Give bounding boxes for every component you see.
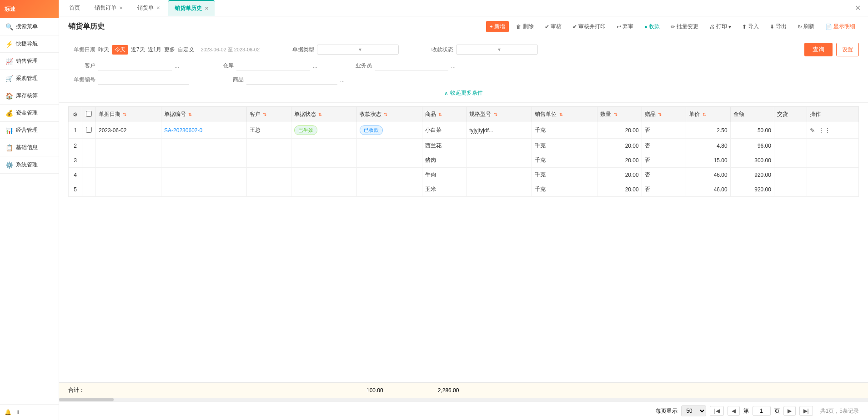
batch-change-button[interactable]: ✏ 批量变更	[667, 21, 702, 32]
sort-price[interactable]: ⇅	[702, 112, 706, 117]
cell-checkbox[interactable]	[82, 168, 96, 182]
sort-customer[interactable]: ⇅	[263, 112, 266, 117]
doc-no-link[interactable]: SA-20230602-0	[164, 127, 202, 134]
gear-settings-icon[interactable]: ⚙	[73, 111, 78, 118]
sidebar-item-inventory[interactable]: 🏠 库存核算	[0, 87, 59, 105]
col-goods[interactable]: 商品 ⇅	[422, 107, 467, 122]
collapse-button[interactable]: ∧ 收起更多条件	[68, 89, 859, 97]
sort-doc-date[interactable]: ⇅	[123, 112, 126, 117]
tab-sales-order[interactable]: 销售订单 ✕	[88, 0, 129, 15]
show-detail-button[interactable]: 📄 显示明细	[822, 21, 859, 32]
sidebar-item-system[interactable]: ⚙️ 系统管理	[0, 156, 59, 174]
col-doc-status[interactable]: 单据状态 ⇅	[291, 107, 356, 122]
query-button[interactable]: 查询	[804, 43, 833, 56]
sort-unit[interactable]: ⇅	[559, 112, 563, 117]
cell-doc-no[interactable]	[161, 153, 247, 168]
doc-type-select[interactable]: ▾	[317, 45, 399, 55]
edit-icon[interactable]: ✎	[810, 127, 815, 134]
cell-transaction	[774, 122, 807, 139]
customer-ellipsis[interactable]: ...	[175, 63, 179, 69]
cell-checkbox[interactable]	[82, 182, 96, 197]
row-checkbox[interactable]	[86, 127, 92, 133]
delete-button[interactable]: 🗑 删除	[512, 21, 537, 32]
col-customer[interactable]: 客户 ⇅	[247, 107, 291, 122]
import-button[interactable]: ⬆ 导入	[738, 21, 763, 32]
scrollbar-thumb[interactable]	[59, 398, 114, 401]
tab-home[interactable]: 首页	[63, 0, 86, 15]
horizontal-scrollbar[interactable]	[59, 398, 868, 401]
cell-doc-no[interactable]: SA-20230602-0	[161, 122, 247, 139]
sidebar-footer-icon1[interactable]: 🔔	[5, 409, 11, 415]
col-doc-date[interactable]: 单据日期 ⇅	[96, 107, 161, 122]
tab-sales-order-close[interactable]: ✕	[119, 5, 123, 10]
sort-goods[interactable]: ⇅	[438, 112, 442, 117]
col-qty[interactable]: 数量 ⇅	[597, 107, 642, 122]
cell-checkbox[interactable]	[82, 122, 96, 139]
sidebar-item-search-menu[interactable]: 🔍 搜索菜单	[0, 18, 59, 35]
tab-sales-goods-close[interactable]: ✕	[156, 5, 160, 10]
print-button[interactable]: 🖨 打印 ▾	[706, 21, 735, 32]
warehouse-ellipsis[interactable]: ...	[313, 63, 317, 69]
date-1month[interactable]: 近1月	[148, 46, 162, 54]
cell-doc-no[interactable]	[161, 182, 247, 197]
tab-bar-close-all[interactable]: ✕	[851, 2, 864, 14]
tab-sales-history-close[interactable]: ✕	[205, 6, 208, 11]
sidebar-item-quick-nav[interactable]: ⚡ 快捷导航	[0, 35, 59, 53]
next-page-btn[interactable]: ▶	[783, 406, 796, 416]
sidebar-item-finance[interactable]: 💰 资金管理	[0, 105, 59, 122]
sort-qty[interactable]: ⇅	[614, 112, 617, 117]
date-custom[interactable]: 自定义	[178, 46, 194, 54]
settings-button[interactable]: 设置	[836, 43, 859, 56]
sort-spec[interactable]: ⇅	[494, 112, 497, 117]
sidebar-item-basic[interactable]: 📋 基础信息	[0, 139, 59, 156]
goods-ellipsis[interactable]: ...	[340, 77, 345, 83]
date-today[interactable]: 今天	[112, 45, 128, 55]
refresh-button[interactable]: ↻ 刷新	[794, 21, 818, 32]
sort-payment[interactable]: ⇅	[384, 112, 387, 117]
last-page-btn[interactable]: ▶|	[799, 406, 813, 416]
tab-sales-history[interactable]: 销货单历史 ✕	[168, 0, 215, 16]
collect-button[interactable]: ● 收款	[641, 21, 663, 32]
goods-input[interactable]	[246, 75, 337, 85]
col-payment-status[interactable]: 收款状态 ⇅	[356, 107, 422, 122]
export-button[interactable]: ⬇ 导出	[766, 21, 790, 32]
tab-sales-goods[interactable]: 销货单 ✕	[131, 0, 166, 15]
sort-gift[interactable]: ⇅	[658, 112, 662, 117]
doc-no-input[interactable]	[98, 75, 189, 85]
customer-input[interactable]	[98, 61, 172, 70]
col-gift[interactable]: 赠品 ⇅	[642, 107, 686, 122]
new-button[interactable]: + 新增	[486, 21, 509, 32]
col-price[interactable]: 单价 ⇅	[686, 107, 731, 122]
prev-page-btn[interactable]: ◀	[728, 406, 740, 416]
col-unit[interactable]: 销售单位 ⇅	[532, 107, 597, 122]
sidebar-item-ops[interactable]: 📊 经营管理	[0, 122, 59, 139]
discard-button[interactable]: ↩ 弃审	[613, 21, 637, 32]
staff-ellipsis[interactable]: ...	[451, 63, 456, 69]
cell-checkbox[interactable]	[82, 139, 96, 153]
cell-doc-no[interactable]	[161, 139, 247, 153]
staff-input[interactable]	[375, 61, 448, 70]
col-doc-no[interactable]: 单据编号 ⇅	[161, 107, 247, 122]
date-more[interactable]: 更多	[164, 46, 175, 54]
page-input[interactable]	[753, 406, 771, 416]
select-all-checkbox[interactable]	[86, 111, 92, 117]
payment-status-select[interactable]: ▾	[456, 45, 538, 55]
audit-print-button[interactable]: ✔ 审核并打印	[569, 21, 609, 32]
date-yesterday[interactable]: 昨天	[98, 46, 109, 54]
sidebar-footer-icon2[interactable]: ⏸	[15, 409, 20, 415]
date-7days[interactable]: 近7天	[131, 46, 145, 54]
more-icon[interactable]: ⋮⋮	[818, 127, 831, 134]
col-checkbox[interactable]	[82, 107, 96, 122]
sidebar-item-sales[interactable]: 📈 销售管理	[0, 53, 59, 70]
per-page-select[interactable]: 50 100 200	[681, 405, 706, 416]
sort-doc-status[interactable]: ⇅	[318, 112, 322, 117]
cell-doc-no[interactable]	[161, 168, 247, 182]
col-spec[interactable]: 规格型号 ⇅	[467, 107, 532, 122]
sidebar-item-purchase[interactable]: 🛒 采购管理	[0, 70, 59, 87]
col-gear[interactable]: ⚙	[69, 107, 82, 122]
warehouse-input[interactable]	[236, 61, 310, 70]
cell-checkbox[interactable]	[82, 153, 96, 168]
first-page-btn[interactable]: |◀	[710, 406, 723, 416]
sort-doc-no[interactable]: ⇅	[188, 112, 192, 117]
audit-button[interactable]: ✔ 审核	[541, 21, 565, 32]
